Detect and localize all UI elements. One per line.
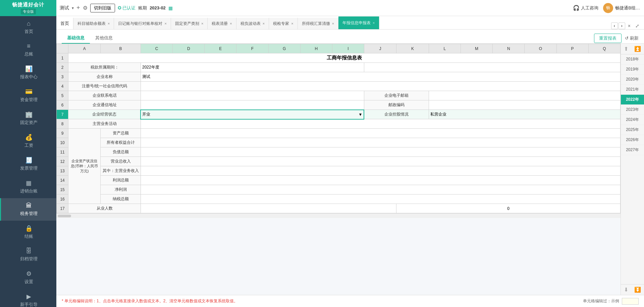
sidebar-item-inventory[interactable]: ▦ 进销台账 bbox=[0, 175, 56, 198]
cell-11-sub[interactable]: 负债总额 bbox=[101, 147, 141, 157]
tab-taxwave[interactable]: 税负波动表 × bbox=[236, 18, 269, 29]
side-up-icon[interactable]: ⬆ bbox=[624, 46, 628, 52]
period-calendar-icon[interactable]: ▦ bbox=[168, 5, 173, 11]
cell-4-value[interactable] bbox=[141, 82, 620, 91]
col-o[interactable]: O bbox=[525, 44, 556, 53]
cell-11-value[interactable] bbox=[141, 147, 620, 157]
side-down-icon[interactable]: ⬇ bbox=[624, 287, 628, 293]
year-2027[interactable]: 2027年 bbox=[621, 145, 644, 155]
cell-5-right-value[interactable] bbox=[429, 91, 620, 100]
tab-taxcheck[interactable]: 税检专家 × bbox=[269, 18, 298, 29]
cell-10-sub[interactable]: 所有者权益合计 bbox=[101, 138, 141, 147]
sidebar-item-settings[interactable]: ⚙ 设置 bbox=[0, 266, 56, 289]
tab-taxsheet-close[interactable]: × bbox=[230, 21, 232, 26]
sidebar-item-invoice[interactable]: 🧾 发票管理 bbox=[0, 152, 56, 175]
col-h[interactable]: H bbox=[300, 44, 332, 53]
col-l[interactable]: L bbox=[429, 44, 461, 53]
service-button[interactable]: 🎧 人工咨询 bbox=[573, 5, 598, 11]
tab-fixed-asset-close[interactable]: × bbox=[201, 21, 203, 26]
col-c[interactable]: C bbox=[141, 44, 172, 53]
side-fast-down-icon[interactable]: ⏬ bbox=[634, 287, 641, 293]
tab-close-all-button[interactable]: × bbox=[626, 23, 633, 29]
sidebar-item-capital[interactable]: 💳 资金管理 bbox=[0, 84, 56, 107]
tab-aux-close[interactable]: × bbox=[108, 21, 110, 26]
cell-2-rest[interactable] bbox=[364, 63, 620, 72]
sidebar-item-report[interactable]: 📊 报表中心 bbox=[0, 61, 56, 84]
cell-12-sub[interactable]: 营业总收入 bbox=[101, 157, 141, 166]
year-2019[interactable]: 2019年 bbox=[621, 64, 644, 75]
sidebar-item-tax[interactable]: 🏛 税务管理 bbox=[0, 198, 56, 221]
sidebar-item-wage[interactable]: 💰 工资 bbox=[0, 130, 56, 152]
col-a[interactable]: A bbox=[68, 44, 101, 53]
col-g[interactable]: G bbox=[268, 44, 300, 53]
cell-6-right-label[interactable]: 邮政编码 bbox=[364, 100, 429, 110]
col-d[interactable]: D bbox=[173, 44, 205, 53]
col-m[interactable]: M bbox=[461, 44, 492, 53]
tab-taxsheet[interactable]: 税表清册 × bbox=[208, 18, 236, 29]
tab-home[interactable]: 首页 bbox=[56, 18, 73, 29]
tab-next-button[interactable]: › bbox=[619, 23, 625, 29]
tab-journal[interactable]: 日记账与银行对账单核对 × bbox=[114, 18, 171, 29]
col-j[interactable]: J bbox=[364, 44, 396, 53]
sub-tab-basic[interactable]: 基础信息 bbox=[62, 33, 90, 44]
tab-aux[interactable]: 科目辅助余额表 × bbox=[73, 18, 114, 29]
sidebar-item-home[interactable]: ⌂ 首页 bbox=[0, 16, 56, 39]
gear-icon[interactable]: ⚙ bbox=[83, 5, 88, 11]
cell-6-value[interactable] bbox=[141, 100, 364, 110]
refresh-button[interactable]: ↺ 刷新 bbox=[625, 34, 639, 43]
sidebar-item-guide[interactable]: ▶ 新手引导 bbox=[0, 289, 56, 307]
h-scrollbar-thumb[interactable] bbox=[58, 215, 71, 217]
tab-annual-report-close[interactable]: × bbox=[373, 21, 375, 25]
add-icon[interactable]: + bbox=[76, 4, 80, 11]
year-2021[interactable]: 2021年 bbox=[621, 85, 644, 95]
cell-16-value[interactable] bbox=[141, 194, 620, 204]
col-b[interactable]: B bbox=[101, 44, 141, 53]
spreadsheet-main[interactable]: A B C D E F G H I J K L bbox=[56, 44, 621, 295]
company-dropdown-icon[interactable]: ▾ bbox=[72, 6, 74, 10]
cell-8-value[interactable] bbox=[141, 119, 620, 129]
dropdown-arrow[interactable]: ▼ bbox=[358, 112, 362, 117]
tab-income-tax[interactable]: 所得税汇算清缴 × bbox=[298, 18, 338, 29]
cell-5-value[interactable] bbox=[141, 91, 364, 100]
sidebar-item-ledger[interactable]: ≡ 总账 bbox=[0, 39, 56, 61]
cell-2-ab[interactable]: 税款所属期间： bbox=[68, 63, 141, 72]
col-i[interactable]: I bbox=[332, 44, 364, 53]
year-2024[interactable]: 2024年 bbox=[621, 115, 644, 125]
cell-7-right-label[interactable]: 企业控股情况 bbox=[364, 110, 429, 119]
title-cell[interactable]: 工商年报信息表 bbox=[68, 53, 621, 63]
cell-13-value[interactable] bbox=[141, 166, 620, 176]
user-menu[interactable]: 畅 畅捷通B组… bbox=[603, 3, 640, 13]
col-q[interactable]: Q bbox=[588, 44, 620, 53]
cell-3-value[interactable]: 测试 bbox=[141, 72, 620, 82]
col-p[interactable]: P bbox=[556, 44, 588, 53]
year-2018[interactable]: 2018年 bbox=[621, 54, 644, 64]
cell-5-label[interactable]: 企业联系电话 bbox=[68, 91, 141, 100]
cell-9-value[interactable] bbox=[141, 129, 620, 138]
cell-4-ab[interactable]: 注册号/统一社会信用代码 bbox=[68, 82, 141, 91]
cell-16-sub[interactable]: 纳税总额 bbox=[101, 194, 141, 204]
cell-3-ab[interactable]: 企业名称 bbox=[68, 72, 141, 82]
sidebar-item-close[interactable]: 🔒 结账 bbox=[0, 221, 56, 244]
cell-13-sub[interactable]: 其中：主营业务收入 bbox=[101, 166, 141, 176]
tab-expand-button[interactable]: ⤢ bbox=[633, 23, 641, 29]
tab-prev-button[interactable]: ‹ bbox=[611, 23, 618, 29]
cell-6-label[interactable]: 企业通信地址 bbox=[68, 100, 141, 110]
tab-taxwave-close[interactable]: × bbox=[263, 21, 265, 26]
tab-taxcheck-close[interactable]: × bbox=[291, 21, 293, 26]
side-fast-up-icon[interactable]: ⏫ bbox=[634, 46, 641, 52]
col-k[interactable]: K bbox=[396, 44, 429, 53]
cell-15-sub[interactable]: 净利润 bbox=[101, 185, 141, 194]
cell-17-num[interactable]: 0 bbox=[396, 204, 621, 213]
cell-10-value[interactable] bbox=[141, 138, 620, 147]
old-version-button[interactable]: 切到旧版 bbox=[90, 4, 115, 12]
year-2020[interactable]: 2020年 bbox=[621, 75, 644, 85]
sub-tab-other[interactable]: 其他信息 bbox=[90, 33, 118, 44]
cell-7-right-value[interactable]: 私营企业 bbox=[429, 110, 620, 119]
cell-17-label[interactable]: 从业人数 bbox=[68, 204, 141, 213]
col-e[interactable]: E bbox=[205, 44, 236, 53]
cell-5-right-label[interactable]: 企业电子邮箱 bbox=[364, 91, 429, 100]
cell-8-label[interactable]: 主营业务活动 bbox=[68, 119, 141, 129]
cell-12-value[interactable] bbox=[141, 157, 620, 166]
tab-fixed-asset[interactable]: 固定资产类别 × bbox=[171, 18, 208, 29]
cell-9-sub[interactable]: 资产总额 bbox=[101, 129, 141, 138]
